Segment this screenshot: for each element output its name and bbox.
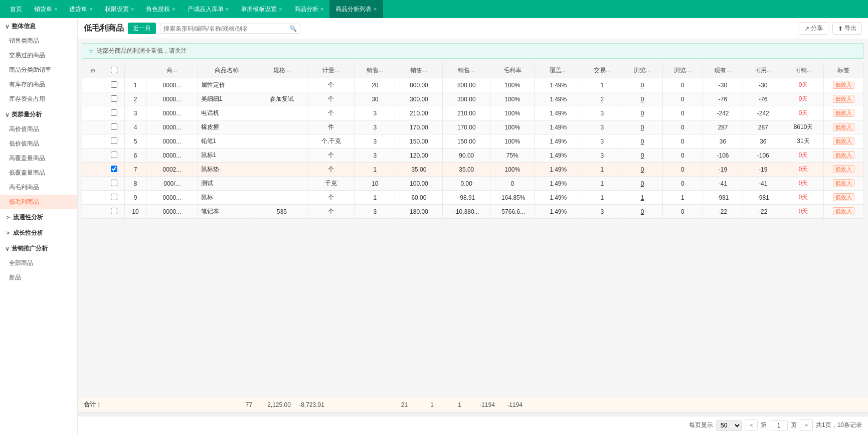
col-sales-price2[interactable]: 销售...	[443, 63, 490, 78]
sidebar-group-cluster[interactable]: ∨ 类群量分析	[0, 106, 77, 122]
row-checkbox[interactable]	[111, 95, 117, 102]
nav-product-analysis-list[interactable]: 商品分析列表 ×	[329, 0, 383, 18]
col-trade-count[interactable]: 交易...	[582, 63, 622, 78]
close-icon[interactable]: ×	[320, 6, 323, 12]
page-number-input[interactable]	[770, 420, 788, 430]
sidebar-item-new-products[interactable]: 新品	[0, 270, 77, 285]
cell-checkbox[interactable]	[104, 134, 124, 149]
cell-checkbox[interactable]	[104, 78, 124, 92]
cell-checkbox[interactable]	[104, 106, 124, 120]
close-icon[interactable]: ×	[54, 6, 57, 12]
col-unit[interactable]: 计量...	[307, 63, 355, 78]
sidebar-item-category-rate[interactable]: 商品分类助销率	[0, 63, 77, 77]
nav-product-analysis[interactable]: 商品分析 ×	[288, 0, 329, 18]
table-row: 6 0000... 鼠标1 个 3 120.00 90.00 75% 1.49%…	[82, 149, 864, 163]
cell-checkbox[interactable]	[104, 205, 124, 219]
col-code[interactable]: 商...	[146, 63, 198, 78]
col-views1[interactable]: 浏览...	[622, 63, 662, 78]
cell-tag: 低收入	[823, 191, 863, 205]
select-all-checkbox[interactable]	[111, 67, 117, 73]
cell-view1[interactable]: 0	[622, 205, 662, 219]
cell-view1[interactable]: 0	[622, 177, 662, 191]
export-button[interactable]: ⬆ 导出	[832, 22, 862, 35]
sidebar-item-high-value[interactable]: 高价值商品	[0, 122, 77, 136]
per-page-select[interactable]: 50 100 200	[716, 420, 742, 431]
col-settings[interactable]: ⚙	[82, 63, 104, 78]
cell-checkbox[interactable]	[104, 120, 124, 134]
sidebar-item-low-value[interactable]: 低价值商品	[0, 136, 77, 151]
search-icon[interactable]: 🔍	[289, 25, 297, 32]
sidebar-item-high-margin[interactable]: 高毛利商品	[0, 180, 77, 195]
search-input[interactable]	[163, 25, 289, 32]
share-button[interactable]: ↗ 分享	[799, 22, 828, 35]
sidebar-item-low-margin[interactable]: 低毛利商品	[0, 195, 77, 209]
row-checkbox[interactable]	[111, 180, 117, 186]
sidebar-group-liquidity[interactable]: ＞ 流通性分析	[0, 209, 77, 225]
row-checkbox[interactable]	[111, 208, 117, 214]
nav-home[interactable]: 首页	[4, 0, 28, 18]
col-checkbox[interactable]	[104, 63, 124, 78]
filter-recent-month-button[interactable]: 近一月	[128, 23, 156, 34]
nav-role-auth[interactable]: 角色授权 ×	[140, 0, 181, 18]
cell-checkbox[interactable]	[104, 163, 124, 177]
row-checkbox[interactable]	[111, 166, 117, 172]
nav-permission-settings[interactable]: 权限设置 ×	[99, 0, 140, 18]
cell-checkbox[interactable]	[104, 92, 124, 106]
row-checkbox[interactable]	[111, 109, 117, 116]
col-sales-price1[interactable]: 销售...	[395, 63, 443, 78]
next-page-button[interactable]: ＞	[800, 419, 813, 431]
col-coverage[interactable]: 覆盖...	[535, 63, 582, 78]
row-checkbox[interactable]	[111, 81, 117, 88]
cell-view1[interactable]: 0	[622, 92, 662, 106]
cell-view1[interactable]: 0	[622, 134, 662, 149]
col-product-name[interactable]: 商品名称	[198, 63, 256, 78]
row-checkbox[interactable]	[111, 123, 117, 130]
cell-view1[interactable]: 1	[622, 191, 662, 205]
cell-view1[interactable]: 0	[622, 106, 662, 120]
col-tag[interactable]: 标签	[823, 63, 863, 78]
sidebar-item-stock-capital[interactable]: 库存资金占用	[0, 92, 77, 106]
sidebar-item-in-stock[interactable]: 有库存的商品	[0, 77, 77, 92]
nav-product-inbound[interactable]: 产成品入库单 ×	[182, 0, 235, 18]
cell-view1[interactable]: 0	[622, 163, 662, 177]
col-views2[interactable]: 浏览...	[662, 63, 703, 78]
cell-code: 0000...	[146, 92, 198, 106]
cell-qty: 30	[355, 92, 395, 106]
sidebar-group-marketing[interactable]: ∨ 营销推广分析	[0, 240, 77, 256]
cell-price1: 35.00	[395, 163, 443, 177]
sidebar-group-growth[interactable]: ＞ 成长性分析	[0, 225, 77, 240]
sidebar-item-sales-products[interactable]: 销售类商品	[0, 34, 77, 48]
nav-sales-order[interactable]: 销货单 ×	[28, 0, 63, 18]
row-checkbox[interactable]	[111, 194, 117, 200]
col-current-stock[interactable]: 现有...	[703, 63, 743, 78]
close-icon[interactable]: ×	[172, 6, 175, 12]
close-icon[interactable]: ×	[89, 6, 92, 12]
sidebar-item-low-coverage[interactable]: 低覆盖量商品	[0, 166, 77, 180]
close-icon[interactable]: ×	[279, 6, 282, 12]
close-icon[interactable]: ×	[374, 6, 377, 12]
data-table-wrapper[interactable]: ⚙ 商... 商品名称 规格... 计量...	[82, 63, 864, 397]
cell-view1[interactable]: 0	[622, 78, 662, 92]
horizontal-scrollbar[interactable]	[78, 412, 868, 416]
nav-template-settings[interactable]: 单据模板设置 ×	[235, 0, 288, 18]
close-icon[interactable]: ×	[131, 6, 134, 12]
col-sales-qty[interactable]: 销售...	[355, 63, 395, 78]
row-checkbox[interactable]	[111, 152, 117, 158]
cell-checkbox[interactable]	[104, 149, 124, 163]
col-saleable-days[interactable]: 可销...	[783, 63, 823, 78]
cell-checkbox[interactable]	[104, 177, 124, 191]
col-gross-margin[interactable]: 毛利率	[490, 63, 535, 78]
close-icon[interactable]: ×	[226, 6, 229, 12]
col-available-stock[interactable]: 可用...	[743, 63, 783, 78]
nav-purchase-order[interactable]: 进货单 ×	[63, 0, 98, 18]
cell-checkbox[interactable]	[104, 191, 124, 205]
sidebar-item-all-products[interactable]: 全部商品	[0, 256, 77, 270]
sidebar-item-high-coverage[interactable]: 高覆盖量商品	[0, 151, 77, 166]
sidebar-group-overall[interactable]: ∨ 整体信息	[0, 18, 77, 34]
row-checkbox[interactable]	[111, 137, 117, 144]
col-spec[interactable]: 规格...	[256, 63, 307, 78]
sidebar-item-traded-products[interactable]: 交易过的商品	[0, 48, 77, 63]
cell-view1[interactable]: 0	[622, 149, 662, 163]
prev-page-button[interactable]: ＜	[745, 419, 758, 431]
cell-view1[interactable]: 0	[622, 120, 662, 134]
